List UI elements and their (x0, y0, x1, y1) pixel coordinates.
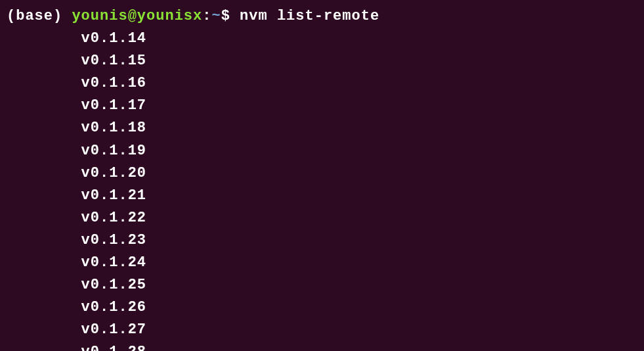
command-input: nvm list-remote (240, 8, 379, 24)
version-line: v0.1.19 (7, 140, 637, 162)
terminal-prompt-line[interactable]: (base) younis@younisx:~$ nvm list-remote (7, 5, 637, 28)
version-line: v0.1.25 (7, 274, 637, 296)
version-line: v0.1.17 (7, 95, 637, 117)
version-line: v0.1.16 (7, 72, 637, 95)
version-line: v0.1.22 (7, 207, 637, 229)
conda-env-indicator: (base) (7, 8, 72, 24)
user-host: younis@younisx (72, 8, 202, 24)
version-line: v0.1.28 (7, 341, 637, 351)
prompt-colon: : (202, 8, 211, 24)
version-line: v0.1.24 (7, 252, 637, 274)
command-output: v0.1.14 v0.1.15 v0.1.16 v0.1.17 v0.1.18 … (7, 28, 637, 351)
version-line: v0.1.15 (7, 50, 637, 72)
version-line: v0.1.18 (7, 117, 637, 139)
version-line: v0.1.21 (7, 185, 637, 207)
current-path: ~ (211, 8, 221, 24)
version-line: v0.1.26 (7, 296, 637, 319)
prompt-dollar: $ (221, 8, 240, 24)
version-line: v0.1.20 (7, 162, 637, 185)
version-line: v0.1.23 (7, 229, 637, 252)
version-line: v0.1.14 (7, 28, 637, 50)
version-line: v0.1.27 (7, 319, 637, 341)
